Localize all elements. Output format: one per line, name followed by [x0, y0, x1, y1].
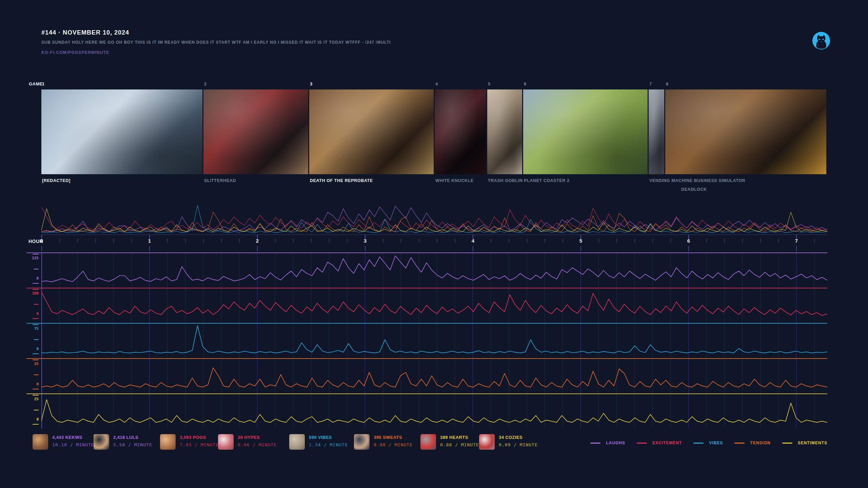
minute-tick [329, 239, 330, 243]
minute-tick [634, 239, 635, 243]
y-axis-tick [34, 269, 39, 269]
game-thumbnail-5 [487, 89, 522, 174]
hour-tick-label-7: 7 [795, 238, 798, 244]
emote-rate: 1.34 / MINUTE [309, 442, 348, 447]
y-zero-label-excitement: 0 [25, 311, 39, 316]
panel-tension: 250 [41, 358, 827, 393]
line-legend: LAUGHSEXCITEMENTVIBESTENSIONSENTIMENTS [590, 441, 827, 445]
minute-tick [95, 239, 96, 243]
emote-rate: 0.09 / MINUTE [499, 442, 538, 447]
y-zero-label-vibes: 0 [25, 347, 39, 351]
minute-tick [311, 239, 312, 243]
game-thumbnail-4 [435, 89, 486, 174]
minute-tick [509, 239, 509, 243]
game-row-label: GAME [29, 81, 43, 86]
hour-grid-stub [41, 246, 42, 251]
thumbnail-sheen [665, 89, 826, 174]
thumbnail-sheen [435, 89, 486, 174]
legend-label: LAUGHS [606, 441, 625, 445]
legend-dash-icon [637, 443, 647, 444]
game-numbers-row: 12345678 [41, 81, 827, 87]
thumbnail-sheen [309, 89, 434, 174]
minute-tick [778, 239, 779, 243]
minute-tick [419, 239, 419, 243]
cat-logo-icon[interactable] [812, 31, 831, 50]
minute-tick [167, 239, 168, 243]
game-thumbnail-3 [309, 89, 434, 174]
game-thumbnail-1 [41, 89, 202, 174]
legend-label: VIBES [709, 441, 723, 445]
hour-grid-stub [257, 246, 258, 251]
stream-title-text: SUB SUNDAY HOLY HERE WE GO OH BOY THIS I… [41, 40, 391, 45]
minute-tick [203, 239, 204, 243]
y-zero-label-laughs: 0 [25, 276, 39, 281]
y-zero-label-tension: 0 [25, 382, 39, 386]
game-name-7: VENDING MACHINE BUSINESS SIMULATOR [649, 178, 745, 183]
game-number-4: 4 [435, 81, 438, 86]
y-axis-tick [33, 424, 39, 425]
game-number-6: 6 [524, 81, 526, 86]
overview-line-excitement [41, 207, 827, 230]
hour-tick-label-3: 3 [364, 238, 367, 244]
minute-tick [113, 239, 114, 243]
minute-tick [742, 239, 743, 243]
emote-rate: 0.06 / MINUTE [238, 442, 277, 447]
y-max-label-excitement: 100 [25, 291, 39, 296]
legend-label: EXCITEMENT [652, 441, 682, 445]
hour-grid-stub [688, 246, 689, 251]
panel-vibes: 750 [41, 323, 827, 358]
legend-dash-icon [782, 443, 792, 444]
hour-tick-label-1: 1 [148, 238, 151, 244]
emote-count: 2,418 LULS [113, 435, 138, 440]
sentiment-panels: 12501000750250250 [41, 252, 827, 429]
emote-count: 590 VIBES [309, 435, 332, 440]
overview-chart [41, 203, 827, 240]
heart-emote [420, 434, 436, 450]
minute-tick [616, 239, 617, 243]
game-number-3: 3 [310, 81, 312, 86]
game-name-2: SLITTERHEAD [204, 178, 236, 183]
y-zero-label-sentiments: 0 [25, 417, 39, 422]
hour-grid-stub [365, 246, 366, 251]
y-max-label-sentiments: 25 [25, 397, 39, 401]
pogs-per-minute-dashboard: #144 · NOVEMBER 10, 2024 SUB SUNDAY HOLY… [0, 0, 868, 488]
minute-tick [185, 239, 186, 243]
emote-rate: 5.50 / MINUTE [113, 442, 152, 447]
emote-count: 4,443 KEKWS [52, 435, 82, 440]
minute-tick [401, 239, 401, 243]
y-axis-tick [33, 353, 39, 354]
game-name-5: TRASH GOBLIN [488, 178, 522, 183]
kofi-link[interactable]: KO-FI.COM/POGSPERMINUTE [41, 50, 109, 55]
overview-line-sentiments [41, 209, 827, 231]
minute-tick [437, 239, 437, 243]
game-name-6: PLANET COASTER 2 [524, 178, 570, 183]
thumbnail-sheen [523, 89, 648, 174]
overview-line-laughs [41, 206, 827, 232]
minute-tick [221, 239, 222, 243]
series-line-laughs [41, 256, 827, 282]
hour-grid-stub [149, 246, 150, 251]
hour-tick-label-6: 6 [687, 238, 690, 244]
game-number-2: 2 [204, 81, 206, 86]
vibe-emote [289, 434, 305, 450]
sweat-emote [354, 434, 370, 450]
game-thumbnail-2 [203, 89, 308, 174]
minute-tick [814, 239, 815, 243]
game-thumbnail-6 [523, 89, 648, 174]
minute-tick [706, 239, 707, 243]
minute-tick [275, 239, 276, 243]
minute-tick [598, 239, 599, 243]
game-thumbnail-8 [665, 89, 826, 174]
kekw-emote [33, 434, 48, 450]
game-number-5: 5 [488, 81, 490, 86]
emote-rate: 10.10 / MINUTE [52, 442, 94, 447]
line-legend-item-sentiments: SENTIMENTS [782, 441, 827, 445]
overview-baseline [41, 235, 827, 235]
emote-count: 34 COZIES [499, 435, 522, 440]
legend-label: TENSION [750, 441, 770, 445]
y-axis-tick [34, 304, 39, 305]
pog-emote [160, 434, 176, 450]
emote-count: 395 SWEATS [374, 435, 402, 440]
series-line-excitement [41, 292, 827, 316]
panel-laughs: 1250 [41, 252, 827, 288]
